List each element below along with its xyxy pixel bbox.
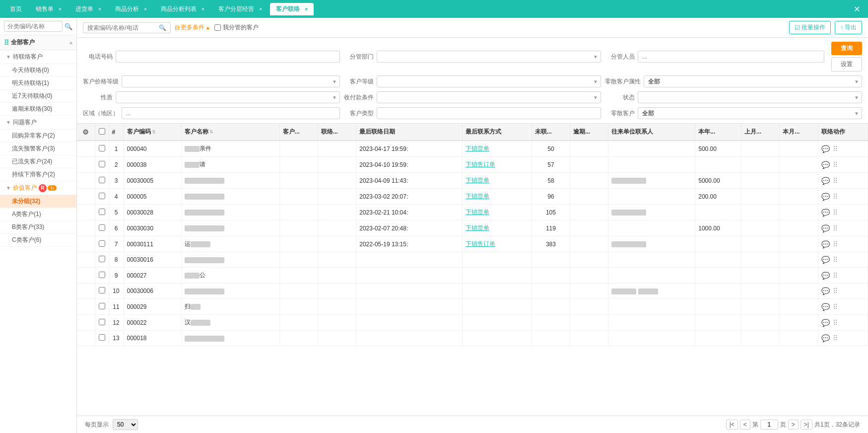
row-checkbox[interactable] <box>99 319 105 325</box>
contact-method-link[interactable]: 下销货单 <box>466 224 489 231</box>
export-button[interactable]: ↑ 导出 <box>835 21 862 34</box>
th-overdue[interactable]: 逾期... <box>570 124 608 141</box>
tab-customer-contact-close[interactable]: × <box>305 6 308 12</box>
tab-sales-close[interactable]: × <box>59 6 62 12</box>
tab-home[interactable]: 首页 <box>4 3 28 15</box>
app-close-button[interactable]: ✕ <box>850 4 864 14</box>
contact-method-link[interactable]: 下销货单 <box>466 193 489 200</box>
action-chat-icon[interactable]: 💬 <box>821 209 830 216</box>
th-code[interactable]: 客户编码⇅ <box>124 124 182 141</box>
select-all-checkbox[interactable] <box>99 128 105 135</box>
td-checkbox[interactable] <box>95 205 109 220</box>
sidebar-search-input[interactable] <box>4 21 63 32</box>
tab-customer-segment-close[interactable]: × <box>259 6 262 12</box>
row-checkbox[interactable] <box>99 193 105 199</box>
th-this-month[interactable]: 本月... <box>780 124 818 141</box>
batch-ops-button[interactable]: ☑ 批量操作 <box>789 21 831 34</box>
sidebar-item-b-type[interactable]: B类客户(33) <box>0 221 76 234</box>
row-checkbox[interactable] <box>99 334 105 341</box>
tab-product-analysis[interactable]: 商品分析 × <box>109 3 153 15</box>
filter-nature-select[interactable] <box>116 91 340 103</box>
th-uncontacted[interactable]: 未联... <box>532 124 570 141</box>
th-last-contact-date[interactable]: 最后联络日期 <box>356 124 463 141</box>
filter-payment-select[interactable] <box>377 91 601 103</box>
next-page-btn[interactable]: > <box>788 420 799 430</box>
sidebar-search-icon[interactable]: 🔍 <box>65 23 72 30</box>
last-page-btn[interactable]: >| <box>801 420 812 430</box>
tab-customer-contact[interactable]: 客户联络 × <box>270 3 314 15</box>
row-checkbox[interactable] <box>99 161 105 167</box>
action-grid-icon[interactable]: ⠿ <box>833 240 838 248</box>
td-checkbox[interactable] <box>95 236 109 252</box>
my-customers-checkbox[interactable] <box>214 24 221 31</box>
action-grid-icon[interactable]: ⠿ <box>833 334 838 342</box>
td-checkbox[interactable] <box>95 315 109 331</box>
settings-icon[interactable]: ⚙ <box>82 128 89 136</box>
row-checkbox[interactable] <box>99 177 105 183</box>
row-checkbox[interactable] <box>99 272 105 278</box>
action-grid-icon[interactable]: ⠿ <box>833 145 838 153</box>
th-name[interactable]: 客户名称⇅ <box>182 124 279 141</box>
first-page-btn[interactable]: |< <box>726 420 738 430</box>
td-checkbox[interactable] <box>95 220 109 236</box>
value-refresh-badge[interactable]: ↻ <box>48 185 57 191</box>
page-input[interactable] <box>760 420 778 430</box>
sidebar-item-overdue[interactable]: 逾期未联络(30) <box>0 103 76 116</box>
action-grid-icon[interactable]: ⠿ <box>833 256 838 264</box>
row-checkbox[interactable] <box>99 145 105 151</box>
query-button[interactable]: 查询 <box>831 42 862 55</box>
td-checkbox[interactable] <box>95 189 109 205</box>
sidebar-item-abnormal[interactable]: 回购异常客户(2) <box>0 130 76 143</box>
filter-retail-attr-select[interactable]: 全部 <box>644 75 862 87</box>
td-checkbox[interactable] <box>95 157 109 173</box>
td-checkbox[interactable] <box>95 284 109 299</box>
action-chat-icon[interactable]: 💬 <box>821 193 830 201</box>
sidebar-item-ungraded[interactable]: 未分组(32) <box>0 195 76 208</box>
row-checkbox[interactable] <box>99 240 105 247</box>
filter-retail-select[interactable]: 全部 <box>638 107 862 119</box>
th-type[interactable]: 客户... <box>279 124 318 141</box>
contact-method-link[interactable]: 下销货单 <box>466 177 489 184</box>
row-checkbox[interactable] <box>99 287 105 293</box>
row-checkbox[interactable] <box>99 303 105 309</box>
filter-status-select[interactable] <box>638 91 862 103</box>
tab-product-list-close[interactable]: × <box>201 6 204 12</box>
sidebar-group-pending-header[interactable]: ▼ 待联络客户 <box>0 50 76 64</box>
reset-button[interactable]: 设置 <box>831 57 862 72</box>
filter-more-btn[interactable]: ⊟ 更多条件 ▲ <box>175 23 210 32</box>
action-grid-icon[interactable]: ⠿ <box>833 209 838 216</box>
filter-region-input[interactable] <box>122 107 340 119</box>
action-chat-icon[interactable]: 💬 <box>821 287 830 295</box>
th-settings[interactable]: ⚙ <box>77 124 95 141</box>
action-grid-icon[interactable]: ⠿ <box>833 319 838 327</box>
filter-search-icon[interactable]: 🔍 <box>159 24 166 31</box>
action-grid-icon[interactable]: ⠿ <box>833 177 838 185</box>
action-chat-icon[interactable]: 💬 <box>821 224 830 232</box>
all-customers-header[interactable]: ⠿ 全部客户 « <box>0 35 76 50</box>
filter-dept-select[interactable] <box>377 51 601 63</box>
action-grid-icon[interactable]: ⠿ <box>833 303 838 311</box>
tab-product-list[interactable]: 商品分析列表 × <box>155 3 210 15</box>
sidebar-item-c-type[interactable]: C类客户(6) <box>0 234 76 247</box>
action-chat-icon[interactable]: 💬 <box>821 319 830 327</box>
th-last-contact-method[interactable]: 最后联系方式 <box>462 124 532 141</box>
tab-customer-segment[interactable]: 客户分层经营 × <box>212 3 268 15</box>
per-page-select[interactable]: 50 100 200 <box>113 419 138 430</box>
sidebar-item-tomorrow[interactable]: 明天待联络(1) <box>0 77 76 90</box>
action-chat-icon[interactable]: 💬 <box>821 177 830 185</box>
sidebar-collapse-icon[interactable]: « <box>69 40 72 46</box>
row-checkbox[interactable] <box>99 209 105 215</box>
action-chat-icon[interactable]: 💬 <box>821 145 830 153</box>
th-checkbox[interactable] <box>95 124 109 141</box>
filter-phone-input[interactable] <box>116 51 340 63</box>
row-checkbox[interactable] <box>99 256 105 262</box>
contact-method-link[interactable]: 下销售订单 <box>466 161 495 168</box>
tab-sales[interactable]: 销售单 × <box>30 3 67 15</box>
contact-method-link[interactable]: 下销售订单 <box>466 240 495 247</box>
th-contact[interactable]: 联络... <box>318 124 356 141</box>
action-chat-icon[interactable]: 💬 <box>821 161 830 169</box>
action-grid-icon[interactable]: ⠿ <box>833 193 838 201</box>
action-grid-icon[interactable]: ⠿ <box>833 161 838 169</box>
sidebar-group-value-header[interactable]: ▼ 价值客户 R ↻ <box>0 181 76 195</box>
th-unit-contact[interactable]: 往来单位联系人 <box>608 124 695 141</box>
